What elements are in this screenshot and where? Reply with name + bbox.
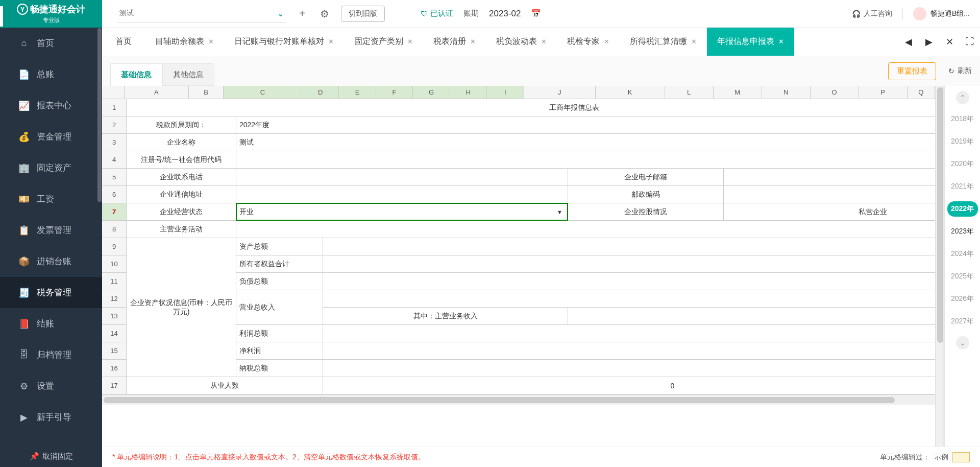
- status-label[interactable]: 企业经营状态: [127, 203, 236, 221]
- name-label[interactable]: 企业名称: [127, 134, 236, 151]
- row-header-4[interactable]: 4: [102, 151, 127, 169]
- row-header-15[interactable]: 15: [102, 342, 127, 360]
- asset-field-9[interactable]: 资产总额: [236, 238, 323, 255]
- row-header-14[interactable]: 14: [102, 325, 127, 342]
- row-header-2[interactable]: 2: [102, 116, 127, 134]
- col-header-G[interactable]: G: [413, 86, 450, 99]
- year-down-icon[interactable]: ⌄: [956, 336, 969, 349]
- col-header-C[interactable]: C: [224, 86, 302, 99]
- row-header-9[interactable]: 9: [102, 238, 127, 255]
- period-value[interactable]: 2023-02: [489, 9, 521, 19]
- year-item-2022年[interactable]: 2022年: [947, 201, 978, 217]
- col-header-K[interactable]: K: [596, 86, 665, 99]
- support-link[interactable]: 🎧人工咨询: [852, 9, 892, 18]
- tab-3[interactable]: 税表清册✕: [423, 28, 486, 56]
- company-select[interactable]: 测试 ⌄: [117, 5, 286, 23]
- col-header-E[interactable]: E: [339, 86, 376, 99]
- sub-tab-1[interactable]: 其他信息: [162, 63, 214, 86]
- year-item-2025年[interactable]: 2025年: [947, 269, 978, 284]
- year-item-2021年[interactable]: 2021年: [947, 179, 978, 194]
- spreadsheet[interactable]: ABCDEFGHIJKLMNOPQ 1234567891011121314151…: [102, 86, 935, 447]
- sidebar-item-asset[interactable]: 🏢固定资产: [0, 152, 102, 183]
- year-item-2027年[interactable]: 2027年: [947, 314, 978, 329]
- sidebar-item-archive[interactable]: 🗄归档管理: [0, 339, 102, 370]
- col-header-A[interactable]: A: [125, 86, 189, 99]
- close-icon[interactable]: ✕: [541, 38, 547, 45]
- tab-6[interactable]: 所得税汇算清缴✕: [620, 28, 707, 56]
- email-value[interactable]: [724, 169, 935, 186]
- gear-icon[interactable]: ⚙: [318, 8, 331, 20]
- sidebar-item-settings[interactable]: ⚙设置: [0, 370, 102, 402]
- emp-value[interactable]: 0: [323, 377, 935, 394]
- col-header-F[interactable]: F: [376, 86, 413, 99]
- col-header-M[interactable]: M: [714, 86, 762, 99]
- horizontal-scrollbar[interactable]: [102, 394, 935, 405]
- year-item-2018年[interactable]: 2018年: [947, 111, 978, 127]
- rev-value[interactable]: [323, 290, 935, 308]
- row-header-1[interactable]: 1: [102, 99, 127, 116]
- mainrev-value[interactable]: [568, 308, 935, 325]
- vertical-scrollbar[interactable]: [935, 86, 944, 447]
- reg-label[interactable]: 注册号/统一社会信用代码: [127, 151, 236, 169]
- tab-4[interactable]: 税负波动表✕: [486, 28, 557, 56]
- asset-field-10[interactable]: 所有者权益合计: [236, 255, 323, 273]
- col-header-N[interactable]: N: [762, 86, 811, 99]
- row-header-7[interactable]: 7: [102, 203, 127, 221]
- col-header-J[interactable]: J: [524, 86, 596, 99]
- unpin-button[interactable]: 📌 取消固定: [0, 446, 102, 467]
- row-header-8[interactable]: 8: [102, 221, 127, 238]
- sidebar-item-stock[interactable]: 📦进销台账: [0, 246, 102, 277]
- emp-label[interactable]: 从业人数: [127, 377, 323, 394]
- year-item-2026年[interactable]: 2026年: [947, 291, 978, 307]
- period-label-cell[interactable]: 税款所属期间：: [127, 116, 236, 134]
- row-header-3[interactable]: 3: [102, 134, 127, 151]
- asset-field-11[interactable]: 负债总额: [236, 273, 323, 290]
- add-icon[interactable]: +: [296, 8, 308, 20]
- reg-value[interactable]: [236, 151, 935, 169]
- close-icon[interactable]: ✕: [328, 38, 334, 45]
- year-item-2020年[interactable]: 2020年: [947, 156, 978, 172]
- col-header-L[interactable]: L: [665, 86, 714, 99]
- asset-value-14[interactable]: [323, 325, 935, 342]
- refresh-button[interactable]: ↻刷新: [948, 66, 972, 76]
- col-header-H[interactable]: H: [450, 86, 487, 99]
- asset-value-10[interactable]: [323, 255, 935, 273]
- year-up-icon[interactable]: ⌃: [956, 91, 969, 104]
- asset-field-16[interactable]: 纳税总额: [236, 360, 323, 377]
- user-menu[interactable]: 畅捷通B组...: [913, 7, 970, 20]
- zip-label[interactable]: 邮政编码: [568, 186, 724, 203]
- status-value[interactable]: 开业▼: [236, 203, 568, 221]
- col-header-Q[interactable]: Q: [908, 86, 935, 99]
- col-header-B[interactable]: B: [189, 86, 224, 99]
- calendar-icon[interactable]: 📅: [531, 9, 541, 18]
- close-icon[interactable]: ✕: [604, 38, 609, 45]
- dropdown-icon[interactable]: ▼: [557, 209, 565, 215]
- tab-2[interactable]: 固定资产类别✕: [344, 28, 423, 56]
- tab-0[interactable]: 目辅助余额表✕: [145, 28, 224, 56]
- tab-1[interactable]: 日记账与银行对账单核对✕: [224, 28, 344, 56]
- addr-value[interactable]: [236, 186, 568, 203]
- tab-next-icon[interactable]: ▶: [919, 36, 939, 48]
- close-icon[interactable]: ✕: [407, 38, 413, 45]
- asset-value-16[interactable]: [323, 360, 935, 377]
- row-header-13[interactable]: 13: [102, 308, 127, 325]
- col-header-O[interactable]: O: [811, 86, 859, 99]
- holding-value[interactable]: 私营企业: [724, 203, 935, 221]
- sidebar-item-money[interactable]: 💰资金管理: [0, 121, 102, 152]
- sidebar-item-home[interactable]: ⌂首页: [0, 28, 102, 59]
- sidebar-item-close[interactable]: 📕结账: [0, 308, 102, 339]
- sidebar-item-tax[interactable]: 🧾税务管理: [0, 277, 102, 308]
- corner-cell[interactable]: [102, 86, 125, 99]
- tab-5[interactable]: 税检专家✕: [557, 28, 620, 56]
- sheet-title[interactable]: 工商年报信息表: [127, 99, 935, 116]
- sidebar-item-ledger[interactable]: 📄总账: [0, 59, 102, 90]
- mainrev-label[interactable]: 其中：主营业务收入: [323, 308, 568, 325]
- row-header-16[interactable]: 16: [102, 360, 127, 377]
- row-header-12[interactable]: 12: [102, 290, 127, 308]
- mainbiz-value[interactable]: [236, 221, 935, 238]
- holding-label[interactable]: 企业控股情况: [568, 203, 724, 221]
- name-value[interactable]: 测试: [236, 134, 935, 151]
- addr-label[interactable]: 企业通信地址: [127, 186, 236, 203]
- tab-7[interactable]: 年报信息申报表✕: [707, 28, 794, 56]
- zip-value[interactable]: [724, 186, 935, 203]
